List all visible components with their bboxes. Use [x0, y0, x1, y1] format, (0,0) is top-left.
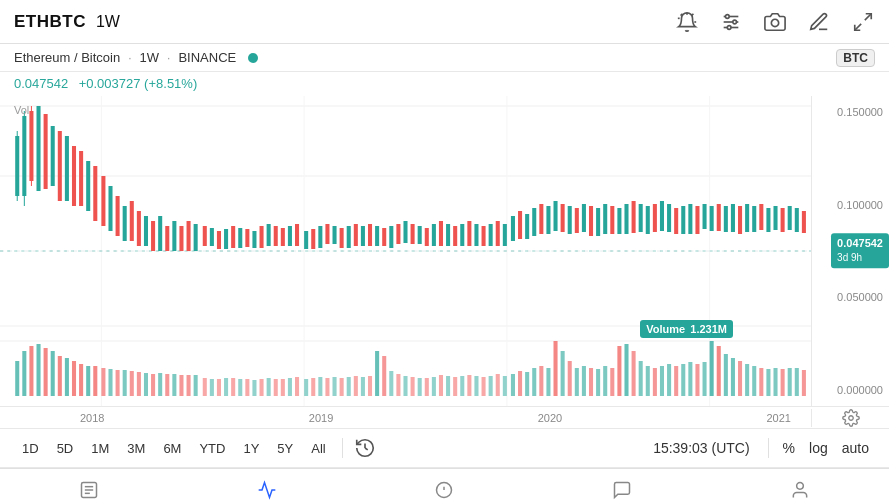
current-price-value: 0.047542: [837, 236, 883, 251]
svg-rect-119: [667, 204, 671, 232]
svg-rect-72: [333, 226, 337, 244]
svg-rect-144: [51, 351, 55, 396]
svg-rect-234: [695, 364, 699, 396]
tf-6m[interactable]: 6M: [155, 437, 189, 460]
svg-rect-100: [532, 208, 536, 236]
svg-rect-141: [29, 346, 33, 396]
period-label: 1W: [140, 50, 160, 65]
svg-rect-125: [710, 206, 714, 231]
svg-rect-97: [511, 216, 515, 241]
tf-5y[interactable]: 5Y: [269, 437, 301, 460]
price-change: +0.003727 (+8.51%): [79, 76, 198, 91]
svg-rect-239: [731, 358, 735, 396]
price-tick-1: 0.150000: [818, 106, 883, 118]
svg-rect-133: [766, 208, 770, 232]
svg-rect-68: [304, 231, 308, 249]
svg-rect-120: [674, 208, 678, 234]
auto-button[interactable]: auto: [836, 436, 875, 460]
svg-rect-32: [65, 136, 69, 201]
draw-icon[interactable]: [807, 10, 831, 34]
svg-rect-136: [788, 206, 792, 230]
svg-point-9: [733, 20, 737, 24]
chart-main[interactable]: Vol: [0, 96, 811, 406]
svg-rect-223: [617, 346, 621, 396]
ticker-symbol: ETHBTC: [14, 12, 86, 32]
pct-button[interactable]: %: [777, 436, 801, 460]
tf-1m[interactable]: 1M: [83, 437, 117, 460]
fullscreen-icon[interactable]: [851, 10, 875, 34]
chart-wrapper: Vol: [0, 96, 889, 406]
svg-rect-191: [389, 371, 393, 396]
svg-rect-31: [58, 131, 62, 201]
add-alert-icon[interactable]: [675, 10, 699, 34]
svg-rect-157: [144, 373, 148, 396]
svg-rect-190: [382, 356, 386, 396]
svg-rect-67: [295, 224, 299, 246]
svg-rect-209: [518, 371, 522, 396]
svg-rect-43: [123, 206, 127, 241]
vol-label: Vol: [14, 104, 29, 116]
tf-5d[interactable]: 5D: [49, 437, 82, 460]
svg-point-10: [727, 25, 731, 29]
timeframe-label: 1W: [96, 13, 120, 31]
svg-rect-164: [194, 375, 198, 396]
svg-rect-76: [361, 226, 365, 246]
svg-rect-44: [130, 201, 134, 241]
time-labels: 2018 2019 2020 2021: [0, 412, 811, 424]
svg-rect-63: [267, 224, 271, 246]
tf-all[interactable]: All: [303, 437, 333, 460]
svg-rect-131: [752, 206, 756, 232]
indicators-icon[interactable]: [719, 10, 743, 34]
svg-rect-108: [589, 206, 593, 236]
svg-rect-73: [340, 228, 344, 248]
svg-rect-110: [603, 204, 607, 234]
svg-rect-58: [231, 226, 235, 248]
svg-rect-96: [503, 224, 507, 246]
svg-rect-140: [22, 351, 26, 396]
svg-rect-61: [252, 231, 256, 248]
current-price-badge: 0.047542 3d 9h: [831, 233, 889, 268]
svg-rect-162: [179, 375, 183, 396]
svg-rect-229: [660, 366, 664, 396]
price-tick-3: 0.050000: [818, 291, 883, 303]
tf-3m[interactable]: 3M: [119, 437, 153, 460]
replay-icon[interactable]: [351, 434, 379, 462]
settings-gear[interactable]: [811, 409, 889, 427]
svg-rect-182: [325, 378, 329, 396]
svg-rect-65: [281, 228, 285, 246]
dot-sep1: ·: [128, 51, 131, 65]
svg-rect-169: [231, 378, 235, 396]
svg-rect-49: [165, 226, 169, 251]
nav-profile[interactable]: Profile: [765, 479, 835, 501]
svg-rect-143: [44, 348, 48, 396]
tf-1y[interactable]: 1Y: [235, 437, 267, 460]
svg-rect-145: [58, 356, 62, 396]
svg-rect-54: [203, 226, 207, 246]
svg-rect-36: [93, 166, 97, 221]
header-icons: [675, 10, 875, 34]
svg-rect-231: [674, 366, 678, 396]
svg-rect-206: [496, 374, 500, 396]
svg-rect-29: [44, 114, 48, 189]
svg-rect-228: [653, 368, 657, 396]
snapshot-icon[interactable]: [763, 10, 787, 34]
svg-rect-181: [318, 377, 322, 396]
svg-rect-198: [439, 375, 443, 396]
nav-talks[interactable]: Talks: [587, 479, 657, 501]
svg-rect-188: [368, 376, 372, 396]
nav-watchlist[interactable]: Watchlist: [54, 479, 124, 501]
tf-ytd[interactable]: YTD: [191, 437, 233, 460]
svg-rect-53: [194, 224, 198, 251]
svg-rect-85: [425, 228, 429, 246]
tf-1d[interactable]: 1D: [14, 437, 47, 460]
ideas-icon: [433, 479, 455, 501]
svg-rect-30: [51, 126, 55, 186]
svg-rect-106: [575, 208, 579, 233]
svg-rect-124: [703, 204, 707, 229]
nav-ideas[interactable]: Ideas: [409, 479, 479, 501]
svg-rect-161: [172, 374, 176, 396]
log-button[interactable]: log: [803, 436, 834, 460]
nav-chart[interactable]: Chart: [232, 479, 302, 501]
svg-rect-77: [368, 224, 372, 246]
svg-rect-89: [453, 226, 457, 246]
